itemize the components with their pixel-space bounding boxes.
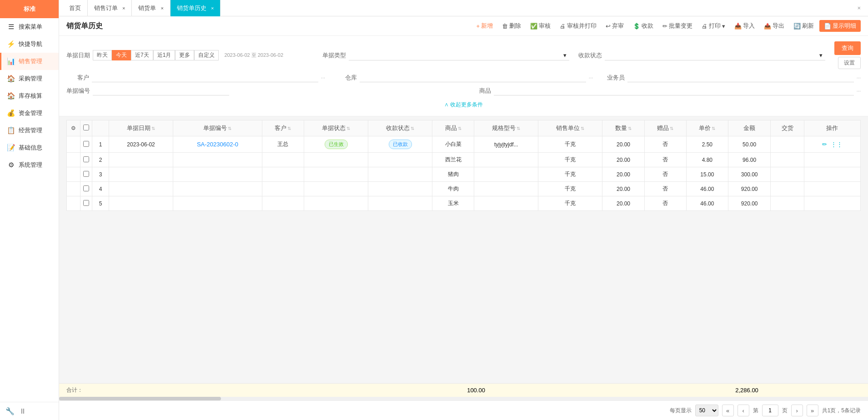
edit-action-btn[interactable]: ✏ bbox=[820, 140, 829, 149]
tab-sales-order[interactable]: 销售订单 × bbox=[88, 0, 132, 16]
th-doc-date[interactable]: 单据日期⇅ bbox=[109, 120, 173, 136]
sidebar-item-purchase-mgmt[interactable]: 🏠 采购管理 bbox=[0, 70, 59, 87]
import-button[interactable]: 📥 导入 bbox=[731, 20, 758, 32]
cell-gift: 否 bbox=[644, 136, 686, 153]
collect-button[interactable]: 💲 收款 bbox=[629, 20, 657, 32]
goods-filter-item: 商品 ··· bbox=[468, 86, 861, 95]
sidebar-item-base-info[interactable]: 📝 基础信息 bbox=[0, 139, 59, 156]
query-button[interactable]: 查询 bbox=[834, 41, 861, 55]
horizontal-scrollbar[interactable] bbox=[59, 397, 868, 400]
data-table: ⚙ 单据日期⇅ 单据编号⇅ 客户⇅ 单据状态⇅ bbox=[66, 120, 861, 211]
th-customer[interactable]: 客户⇅ bbox=[262, 120, 304, 136]
sidebar-item-operations-mgmt[interactable]: 📋 经营管理 bbox=[0, 122, 59, 139]
refresh-button[interactable]: 🔄 刷新 bbox=[790, 20, 818, 32]
export-button[interactable]: 📤 导出 bbox=[760, 20, 788, 32]
row-checkbox[interactable] bbox=[83, 141, 89, 147]
th-spec-type[interactable]: 规格型号⇅ bbox=[474, 120, 538, 136]
filter-collapse-btn[interactable]: ∧ 收起更多条件 bbox=[66, 99, 861, 110]
doc-no-link[interactable]: SA-20230602-0 bbox=[197, 141, 238, 148]
warehouse-dots[interactable]: ··· bbox=[589, 75, 593, 80]
cell-customer bbox=[262, 196, 304, 211]
page-input[interactable] bbox=[762, 405, 778, 416]
customer-input[interactable] bbox=[92, 73, 318, 82]
th-quantity[interactable]: 数量⇅ bbox=[602, 120, 644, 136]
review-print-button[interactable]: 🖨 审核并打印 bbox=[556, 20, 600, 32]
row-checkbox[interactable] bbox=[83, 200, 89, 206]
add-button[interactable]: + 新增 bbox=[472, 20, 497, 32]
date-btn-custom[interactable]: 自定义 bbox=[194, 50, 219, 60]
salesperson-filter-item: 业务员 ··· bbox=[602, 73, 861, 82]
review-button[interactable]: ✅ 审核 bbox=[527, 20, 554, 32]
date-btn-week7[interactable]: 近7天 bbox=[131, 50, 153, 60]
sidebar-item-search[interactable]: ☰ 搜索菜单 bbox=[0, 18, 59, 35]
goods-dots[interactable]: ··· bbox=[857, 88, 861, 94]
table-row: 2 西兰花 千克 20.00 否 4.80 96.00 bbox=[67, 153, 861, 167]
delete-button[interactable]: 🗑 删除 bbox=[498, 20, 525, 32]
last-page-button[interactable]: » bbox=[807, 405, 818, 416]
prev-page-button[interactable]: ‹ bbox=[738, 405, 749, 416]
doc-no-input[interactable] bbox=[93, 86, 229, 95]
goods-input[interactable] bbox=[494, 86, 854, 95]
th-sales-unit[interactable]: 销售单位⇅ bbox=[538, 120, 602, 136]
per-page-select[interactable]: 50 20 100 bbox=[695, 405, 718, 416]
review-label: 审核 bbox=[539, 22, 551, 30]
th-collect-status[interactable]: 收款状态⇅ bbox=[368, 120, 432, 136]
sidebar-item-sales-mgmt[interactable]: 📊 销售管理 bbox=[0, 53, 59, 70]
cell-doc-no bbox=[173, 182, 262, 196]
row-checkbox[interactable] bbox=[83, 171, 89, 177]
cell-amount: 920.00 bbox=[728, 182, 770, 196]
salesperson-dots[interactable]: ··· bbox=[857, 75, 861, 80]
tab-bar-close-btn[interactable]: × bbox=[853, 5, 864, 11]
tab-sales-goods-close[interactable]: × bbox=[161, 5, 163, 11]
date-btn-today[interactable]: 今天 bbox=[112, 50, 131, 60]
th-doc-no[interactable]: 单据编号⇅ bbox=[173, 120, 262, 136]
doc-type-select[interactable]: ▾ bbox=[349, 50, 569, 60]
settings-bottom-icon[interactable]: 🔧 bbox=[5, 407, 15, 415]
abandon-button[interactable]: ↩ 弃审 bbox=[602, 20, 627, 32]
th-settings[interactable]: ⚙ bbox=[67, 120, 80, 136]
date-btn-yesterday[interactable]: 昨天 bbox=[93, 50, 112, 60]
sidebar-item-stock-calc[interactable]: 🏠 库存核算 bbox=[0, 87, 59, 105]
cell-collect-status bbox=[368, 167, 432, 182]
th-doc-status[interactable]: 单据状态⇅ bbox=[304, 120, 368, 136]
batch-change-button[interactable]: ✏ 批量变更 bbox=[659, 20, 696, 32]
doc-type-dropdown-icon: ▾ bbox=[563, 52, 567, 59]
row-checkbox[interactable] bbox=[83, 156, 89, 162]
main-area: 首页 销售订单 × 销货单 × 销货单历史 × × 销货单历史 + 新增 🗑 删… bbox=[59, 0, 868, 420]
tab-sales-goods[interactable]: 销货单 × bbox=[132, 0, 170, 16]
tab-sales-history[interactable]: 销货单历史 × bbox=[171, 0, 221, 16]
th-goods[interactable]: 商品⇅ bbox=[432, 120, 474, 136]
customer-label: 客户 bbox=[66, 74, 89, 82]
page-label-after: 页 bbox=[782, 407, 788, 415]
date-btn-more[interactable]: 更多 bbox=[175, 50, 194, 60]
tab-sales-order-close[interactable]: × bbox=[122, 5, 125, 11]
cell-doc-date bbox=[109, 167, 173, 182]
page-title: 销货单历史 bbox=[66, 21, 103, 31]
doc-type-label: 单据类型 bbox=[322, 51, 346, 60]
sidebar-item-fund-mgmt[interactable]: 💰 资金管理 bbox=[0, 105, 59, 122]
customer-dots[interactable]: ··· bbox=[321, 75, 325, 80]
th-unit-price[interactable]: 单价⇅ bbox=[686, 120, 728, 136]
th-transaction: 交货 bbox=[771, 120, 804, 136]
salesperson-input[interactable] bbox=[627, 73, 854, 82]
show-detail-button[interactable]: 📄 显示明细 bbox=[819, 20, 861, 32]
more-action-btn[interactable]: ⋮⋮ bbox=[829, 140, 844, 149]
first-page-button[interactable]: « bbox=[722, 405, 734, 416]
tab-home[interactable]: 首页 bbox=[63, 0, 88, 16]
warehouse-input[interactable] bbox=[360, 73, 586, 82]
sidebar-item-sys-mgmt[interactable]: ⚙ 系统管理 bbox=[0, 156, 59, 174]
next-page-button[interactable]: › bbox=[791, 405, 803, 416]
collect-status-select[interactable]: ▾ bbox=[605, 50, 825, 60]
print-button[interactable]: 🖨 打印 ▾ bbox=[698, 20, 729, 32]
abandon-icon: ↩ bbox=[606, 23, 611, 30]
cell-goods: 牛肉 bbox=[432, 182, 474, 196]
select-all-checkbox[interactable] bbox=[83, 125, 89, 130]
th-gift[interactable]: 赠品⇅ bbox=[644, 120, 686, 136]
setting-button[interactable]: 设置 bbox=[838, 57, 861, 69]
tab-sales-history-close[interactable]: × bbox=[211, 5, 214, 11]
cell-action: ✏⋮⋮ bbox=[804, 136, 860, 153]
date-btn-month1[interactable]: 近1月 bbox=[153, 50, 176, 60]
pause-bottom-icon[interactable]: ⏸ bbox=[19, 407, 26, 415]
row-checkbox[interactable] bbox=[83, 185, 89, 191]
sidebar-item-quick-nav[interactable]: ⚡ 快捷导航 bbox=[0, 35, 59, 53]
